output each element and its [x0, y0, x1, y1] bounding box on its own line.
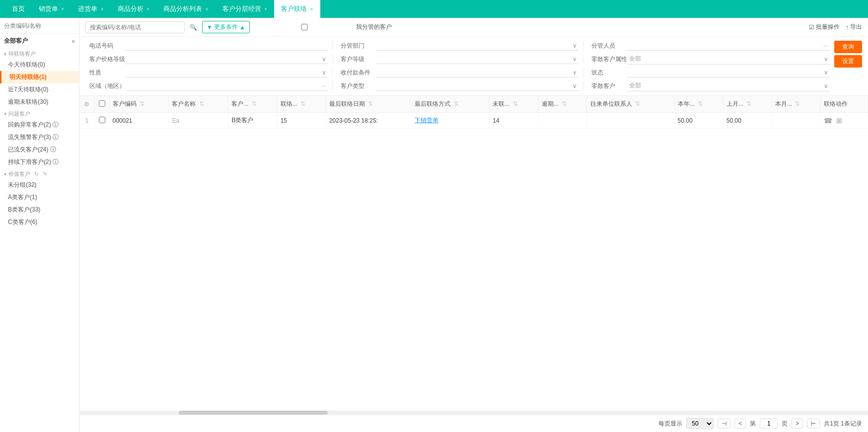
- sort-lastmonth-icon[interactable]: ⇅: [746, 100, 751, 107]
- nav-purchase[interactable]: 进货单 ×: [71, 0, 110, 18]
- chevron-down-icon-5: ∨: [322, 69, 326, 76]
- filter-status: 状态 ∨: [587, 68, 830, 77]
- filter-retail-attr-select[interactable]: 全部 ∨: [627, 54, 830, 65]
- sort-year-icon[interactable]: ⇅: [698, 100, 703, 107]
- filter-customer-level-select[interactable]: ∨: [376, 55, 579, 64]
- scroll-thumb[interactable]: [179, 411, 328, 415]
- chevron-down-icon-3: ∨: [573, 56, 577, 63]
- more-conditions-button[interactable]: ▼ 更多条件 ▲: [202, 21, 250, 33]
- batch-operation-button[interactable]: ☑ 批量操作: [809, 23, 840, 31]
- sidebar-item-class-a[interactable]: A类客户(1): [0, 191, 79, 204]
- row-type-0: B类客户: [228, 113, 277, 129]
- nav-close-customer-contact[interactable]: ×: [310, 6, 313, 12]
- filter-phone-input[interactable]: [125, 41, 328, 51]
- filter-price-level-select[interactable]: ∨: [125, 55, 328, 64]
- row-contacts-0: 15: [277, 113, 326, 129]
- sidebar-item-overdue[interactable]: 逾期未联络(30): [0, 96, 79, 108]
- sidebar-collapse-icon[interactable]: «: [72, 38, 75, 45]
- sort-overdue-icon[interactable]: ⇅: [562, 100, 567, 107]
- sidebar-item-today[interactable]: 今天待联络(0): [0, 59, 79, 71]
- nav-product-analysis[interactable]: 商品分析 ×: [111, 0, 156, 18]
- query-button[interactable]: 查询: [834, 41, 862, 53]
- sidebar-item-declining[interactable]: 持续下滑客户(2) ⓘ: [0, 156, 79, 168]
- sort-code-icon[interactable]: ⇅: [140, 100, 145, 107]
- sort-thismonth-icon[interactable]: ⇅: [795, 100, 800, 107]
- row-last-month-0: 50.00: [723, 113, 772, 129]
- sort-method-icon[interactable]: ⇅: [454, 100, 459, 107]
- nav-close-sales[interactable]: ×: [61, 6, 64, 12]
- table-select-all-header[interactable]: [94, 96, 109, 113]
- filter-customer-type: 客户类型 ∨: [337, 81, 579, 91]
- sidebar-value-edit[interactable]: ✎: [43, 171, 47, 177]
- row-checkbox-cell-0[interactable]: [94, 113, 109, 129]
- action-phone-icon-0[interactable]: ☎: [824, 117, 832, 125]
- per-page-select[interactable]: 50 100 200: [686, 418, 714, 429]
- customer-table: ⚙ 客户编码 ⇅ 客户名称 ⇅ 客户... ⇅ 联络... ⇅ 最后联络日期 ⇅…: [79, 96, 868, 129]
- my-customers-checkbox[interactable]: [255, 24, 354, 30]
- sidebar-item-class-b[interactable]: B类客户(33): [0, 204, 79, 216]
- sort-contact-icon[interactable]: ⇅: [300, 100, 305, 107]
- filter-payment-terms-label: 收付款条件: [337, 69, 376, 77]
- row-this-year-0: 50.00: [674, 113, 723, 129]
- sort-uncontacted-icon[interactable]: ⇅: [513, 100, 518, 107]
- sidebar-item-repurchase-abnormal[interactable]: 回购异常客户(2) ⓘ: [0, 119, 79, 131]
- sidebar-item-tomorrow[interactable]: 明天待联络(1): [0, 71, 79, 83]
- search-icon[interactable]: 🔍: [190, 24, 197, 31]
- sort-unit-icon[interactable]: ⇅: [635, 100, 640, 107]
- nav-close-product-analysis[interactable]: ×: [146, 6, 149, 12]
- chevron-down-icon-2: ∨: [322, 56, 326, 63]
- action-more-icon-0[interactable]: ⊞: [836, 117, 842, 125]
- nav-close-product-analysis-list[interactable]: ×: [205, 6, 208, 12]
- sidebar-search-input[interactable]: [4, 22, 78, 29]
- select-all-checkbox[interactable]: [99, 100, 105, 107]
- filter-person-dots[interactable]: ···: [823, 42, 828, 49]
- row-checkbox-0[interactable]: [99, 117, 105, 123]
- sidebar-item-unclassified[interactable]: 未分组(32): [0, 179, 79, 191]
- per-page-label: 每页显示: [658, 420, 682, 428]
- sidebar-item-churn-warning[interactable]: 流失预警客户(3) ⓘ: [0, 131, 79, 144]
- row-name-0: Ea: [169, 113, 228, 129]
- next-page-button[interactable]: >: [792, 419, 803, 429]
- page-number-input[interactable]: [760, 419, 778, 429]
- filter-status-select[interactable]: ∨: [627, 68, 830, 77]
- filter-customer-type-label: 客户类型: [337, 82, 376, 90]
- table-header-row: ⚙ 客户编码 ⇅ 客户名称 ⇅ 客户... ⇅ 联络... ⇅ 最后联络日期 ⇅…: [79, 96, 868, 113]
- sort-date-icon[interactable]: ⇅: [368, 100, 373, 107]
- table-row: 1 000021 Ea B类客户 15 2023-05-23 18:25: 下销…: [79, 113, 868, 129]
- nav-product-analysis-list[interactable]: 商品分析列表 ×: [156, 0, 215, 18]
- row-action-0[interactable]: ☎ ⊞: [821, 113, 868, 129]
- last-page-button[interactable]: ⊢: [807, 419, 820, 429]
- chevron-up-icon: ▲: [239, 24, 245, 31]
- sidebar-item-class-c[interactable]: C类客户(6): [0, 216, 79, 228]
- chevron-down-icon: ∨: [573, 42, 577, 49]
- nav-customer-layers[interactable]: 客户分层经营 ×: [216, 0, 274, 18]
- nav-customer-contact[interactable]: 客户联络 ×: [274, 0, 320, 18]
- prev-page-button[interactable]: <: [734, 419, 746, 429]
- nav-close-customer-layers[interactable]: ×: [264, 6, 267, 12]
- sidebar-item-churned[interactable]: 已流失客户(24) ⓘ: [0, 144, 79, 156]
- first-page-button[interactable]: ⊣: [718, 419, 730, 429]
- horizontal-scrollbar[interactable]: [79, 411, 868, 415]
- nav-home[interactable]: 首页: [5, 0, 32, 18]
- nav-close-purchase[interactable]: ×: [100, 6, 103, 12]
- col-this-month: 本月... ⇅: [772, 96, 821, 113]
- row-last-method-0[interactable]: 下销货单: [412, 113, 490, 129]
- filter-region-dots[interactable]: ···: [321, 82, 326, 89]
- sidebar-value-refresh[interactable]: ↻: [34, 171, 39, 177]
- sort-type-icon[interactable]: ⇅: [252, 100, 257, 107]
- sidebar-item-7days[interactable]: 近7天待联络(0): [0, 83, 79, 96]
- table-settings-icon[interactable]: ⚙: [79, 96, 94, 113]
- sidebar-search-container: 🔍: [0, 18, 79, 34]
- search-input[interactable]: [85, 21, 185, 33]
- my-customers-checkbox-label[interactable]: 我分管的客户: [255, 23, 392, 31]
- export-button[interactable]: ↑ 导出: [846, 23, 862, 31]
- nav-sales[interactable]: 销货单 ×: [32, 0, 71, 18]
- filter-customer-type-select[interactable]: ∨: [376, 81, 579, 91]
- all-customers-label[interactable]: 全部客户 «: [0, 34, 79, 48]
- sort-name-icon[interactable]: ⇅: [199, 100, 204, 107]
- filter-retail-customer-select[interactable]: 全部 ∨: [627, 80, 830, 91]
- filter-nature-select[interactable]: ∨: [125, 68, 328, 77]
- reset-button[interactable]: 设置: [834, 55, 862, 68]
- filter-dept-select[interactable]: ∨: [376, 41, 579, 51]
- filter-payment-terms-select[interactable]: ∨: [376, 68, 579, 77]
